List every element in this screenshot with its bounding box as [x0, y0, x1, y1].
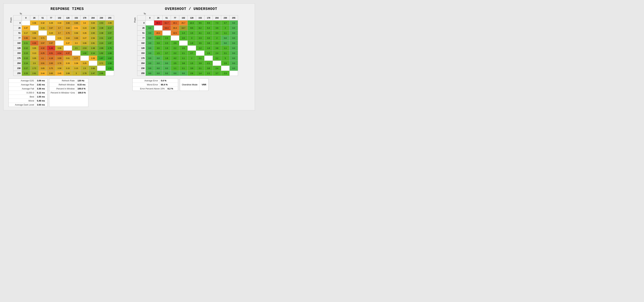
cell: 3.66	[64, 20, 72, 26]
row-header: 128	[137, 46, 146, 51]
cell: 2.9	[171, 40, 179, 46]
cell: 2.2	[213, 40, 221, 46]
cell: 2.9	[221, 61, 230, 66]
overshoot-panel: OVERSHOOT / UNDERSHOOT From To 026517710…	[132, 7, 250, 107]
cell: 3.76	[55, 61, 64, 66]
cell: 0.0	[146, 61, 154, 66]
percent-window-plus-label: Percent In Window +1ms	[49, 91, 76, 95]
cell: 30.4	[171, 26, 179, 30]
cell: 1.1	[171, 66, 179, 71]
cell: 2.72	[30, 66, 38, 71]
heatmap-table: 026517710212815317920423025503.363.323.2…	[13, 15, 114, 76]
cell: 3.25	[80, 61, 89, 66]
table-row: 2552.232.613.443.653.453.0832.782.472.05	[14, 71, 114, 76]
refresh-window-row: Refresh Window 8.33 ms	[49, 83, 88, 87]
col-header: 230	[221, 16, 230, 20]
cell: 2.71	[97, 61, 106, 66]
cell: 2.2	[213, 56, 221, 61]
cell: 2.31	[97, 36, 106, 40]
cell: 4.1	[38, 56, 47, 61]
table-row: 1792.133.054.14.183.993.613.773.381.671.…	[14, 56, 114, 61]
cell: 3.55	[30, 30, 38, 36]
cell: 2.13	[22, 56, 30, 61]
cell: 4.3	[204, 30, 213, 36]
rt-matrix-wrapper: From To 026517710212815317920423025503.3…	[8, 12, 126, 76]
panels: RESPONSE TIMES From To 02651771021281531…	[8, 7, 250, 107]
row-header: 51	[137, 30, 146, 36]
cell: 4.51	[47, 51, 55, 56]
cell: 2.78	[80, 71, 89, 76]
row-header: 102	[137, 40, 146, 46]
cell: 2.48	[89, 46, 97, 51]
cell: 0.0	[146, 56, 154, 61]
cell: 3.58	[55, 66, 64, 71]
cell: 0.0	[230, 30, 238, 36]
cell: 0.0	[146, 26, 154, 30]
cell: 2.2	[171, 46, 179, 51]
os-stats-block: Average Error 5.6 % Worst Error 90.4 % E…	[132, 78, 178, 91]
worst-error-value: 90.4 %	[160, 83, 171, 86]
cell: 1.67	[97, 56, 106, 61]
cell: 2.17	[106, 26, 114, 30]
best-label: Best	[9, 95, 36, 99]
cell: 3.3	[72, 40, 80, 46]
percent-window-label: Percent In Window	[49, 87, 76, 90]
row-header: 102	[14, 40, 22, 46]
cell: 3.04	[89, 20, 97, 26]
cell: 3.32	[38, 20, 47, 26]
row-header: 128	[14, 46, 22, 51]
cell	[64, 46, 72, 51]
cell: 3	[72, 71, 80, 76]
cell: 2.14	[89, 51, 97, 56]
cell: 4.54	[55, 51, 64, 56]
cell: 3.7	[213, 71, 221, 76]
col-header: 204	[213, 16, 221, 20]
cell: 0.0	[146, 51, 154, 56]
cell: 2.1	[179, 66, 188, 71]
col-header: 77	[47, 16, 55, 20]
table-row: 2550.00.00.00.00.02.61.42.23.72.3	[137, 71, 238, 76]
cell: 2.13	[22, 51, 30, 56]
percent-window-row: Percent In Window 100.0 %	[49, 87, 88, 91]
table-row: 513.173.553.233.73.753.563.262.832.382.0…	[14, 30, 114, 36]
cell: 4.37	[64, 51, 72, 56]
cell: 3.4	[213, 30, 221, 36]
col-header: 51	[38, 16, 47, 20]
cell: 3.5	[196, 40, 204, 46]
cell: 2.89	[106, 20, 114, 26]
cell: 1.9	[188, 40, 196, 46]
cell: 2.7	[188, 51, 196, 56]
cell: 3.97	[47, 40, 55, 46]
cell: 2	[188, 56, 196, 61]
cell: 2.2	[204, 71, 213, 76]
worst-error-row: Worst Error 90.4 %	[133, 83, 178, 87]
refresh-window-value: 8.33 ms	[76, 83, 88, 86]
cell: 2	[213, 36, 221, 40]
cell: 3.7	[55, 26, 64, 30]
table-row: 2302.172.723.653.753.583.153.152.92.661.…	[14, 66, 114, 71]
cell: 0.0	[162, 71, 171, 76]
cell: 1.1	[221, 46, 230, 51]
cell	[106, 71, 114, 76]
table-row: 2300.00.00.01.12.13.92.13.82.40.0	[137, 66, 238, 71]
cell: 0.0	[146, 36, 154, 40]
cell: 25.7	[179, 20, 188, 26]
row-header: 77	[14, 36, 22, 40]
cell: 61.7	[162, 20, 171, 26]
error-above-row: Error Percent Above 15% 8.2 %	[133, 87, 178, 90]
os-matrix-wrapper: From To 0265177102128153179204230255090.…	[132, 12, 250, 76]
cell: 2.23	[22, 71, 30, 76]
worst-error-label: Worst Error	[133, 83, 160, 86]
cell: 3	[188, 36, 196, 40]
col-header: 128	[188, 16, 196, 20]
refresh-rate-value: 120 Hz	[76, 79, 88, 82]
cell: 2.17	[22, 66, 30, 71]
cell: 0.0	[221, 40, 230, 46]
cell: 3.44	[38, 71, 47, 76]
cell: 1.92	[80, 51, 89, 56]
cell	[204, 56, 213, 61]
cell: 6.2	[196, 26, 204, 30]
cell: 2.1	[204, 61, 213, 66]
table-row: 1282.123.054.325.493.092.52.532.482.091.…	[14, 46, 114, 51]
cell: 1.8	[204, 46, 213, 51]
